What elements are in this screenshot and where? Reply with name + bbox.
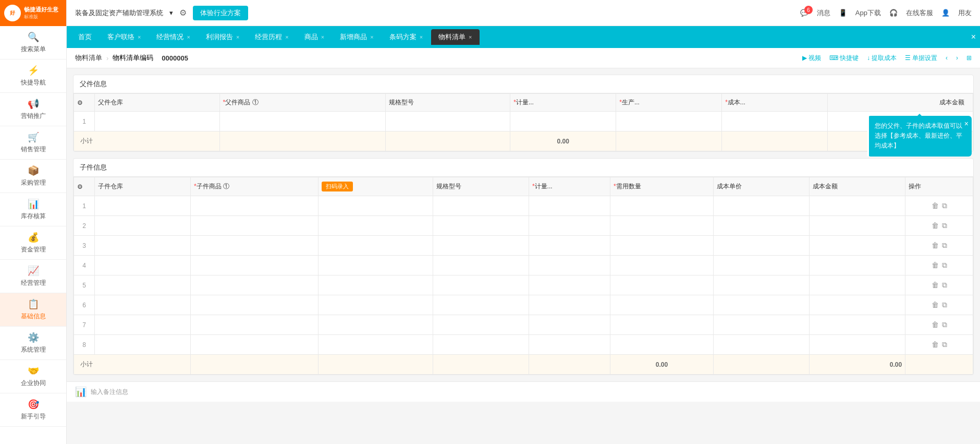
single-settings-action[interactable]: ☰ 单据设置: [905, 54, 937, 63]
child-qty-unit-6[interactable]: [529, 295, 610, 315]
delete-icon-7[interactable]: 🗑: [932, 320, 939, 329]
tab-profit[interactable]: 利润报告 ×: [199, 29, 247, 45]
child-qty-unit-1[interactable]: [529, 196, 610, 216]
sidebar-item-basic-info[interactable]: 📋 基础信息: [0, 293, 66, 327]
child-goods-3[interactable]: [191, 236, 318, 256]
child-unit-price-2[interactable]: [714, 216, 810, 236]
parent-goods-1[interactable]: [219, 112, 385, 131]
parent-cost-1[interactable]: [722, 112, 828, 131]
child-col-settings[interactable]: ⚙: [74, 177, 95, 196]
extract-cost-action[interactable]: ↓ 提取成本: [867, 54, 897, 63]
copy-icon-7[interactable]: ⧉: [942, 320, 947, 329]
tab-customer[interactable]: 客户联络 ×: [100, 29, 148, 45]
tab-operations-status[interactable]: 经营情况 ×: [149, 29, 197, 45]
child-qty-needed-7[interactable]: [610, 315, 713, 335]
tab-customer-close[interactable]: ×: [138, 34, 141, 40]
shortcut-action[interactable]: ⌨ 快捷键: [829, 54, 859, 63]
copy-icon-4[interactable]: ⧉: [942, 261, 947, 270]
child-goods-6[interactable]: [191, 295, 318, 315]
child-unit-price-7[interactable]: [714, 315, 810, 335]
child-warehouse-7[interactable]: [95, 315, 191, 335]
child-qty-needed-1[interactable]: [610, 196, 713, 216]
child-spec-5[interactable]: [433, 275, 529, 295]
child-warehouse-1[interactable]: [95, 196, 191, 216]
child-warehouse-2[interactable]: [95, 216, 191, 236]
copy-icon-6[interactable]: ⧉: [942, 301, 947, 309]
delete-icon-1[interactable]: 🗑: [932, 201, 939, 210]
close-all-tabs[interactable]: ×: [971, 32, 976, 42]
dropdown-arrow[interactable]: ▾: [169, 9, 173, 17]
user-label[interactable]: 用友: [958, 8, 972, 18]
tab-goods-close[interactable]: ×: [321, 34, 324, 40]
child-scan-3[interactable]: [318, 236, 433, 256]
expand-icon[interactable]: ⊞: [966, 54, 972, 62]
child-scan-1[interactable]: [318, 196, 433, 216]
delete-icon-5[interactable]: 🗑: [932, 281, 939, 290]
delete-icon-3[interactable]: 🗑: [932, 241, 939, 250]
app-download-label[interactable]: App下载: [855, 8, 881, 18]
child-goods-1[interactable]: [191, 196, 318, 216]
copy-icon-1[interactable]: ⧉: [942, 201, 947, 210]
child-unit-price-1[interactable]: [714, 196, 810, 216]
child-goods-2[interactable]: [191, 216, 318, 236]
delete-icon-2[interactable]: 🗑: [932, 221, 939, 230]
message-label[interactable]: 消息: [817, 8, 830, 18]
tab-ops-close[interactable]: ×: [187, 34, 190, 40]
child-qty-needed-8[interactable]: [610, 335, 713, 355]
tab-bom-close[interactable]: ×: [469, 34, 472, 40]
sidebar-item-sales[interactable]: 🛒 销售管理: [0, 126, 66, 160]
parent-produce-1[interactable]: [616, 112, 722, 131]
child-spec-2[interactable]: [433, 216, 529, 236]
delete-icon-8[interactable]: 🗑: [932, 340, 939, 349]
parent-qty-unit-1[interactable]: [510, 112, 616, 131]
tab-goods[interactable]: 商品 ×: [297, 29, 332, 45]
child-unit-price-5[interactable]: [714, 275, 810, 295]
delete-icon-4[interactable]: 🗑: [932, 261, 939, 270]
experience-button[interactable]: 体验行业方案: [193, 6, 248, 20]
tab-newgoods-close[interactable]: ×: [370, 34, 373, 40]
child-scan-2[interactable]: [318, 216, 433, 236]
child-warehouse-3[interactable]: [95, 236, 191, 256]
child-qty-needed-3[interactable]: [610, 236, 713, 256]
child-goods-4[interactable]: [191, 256, 318, 275]
sidebar-item-guide[interactable]: 🎯 新手引导: [0, 393, 66, 427]
online-service-label[interactable]: 在线客服: [906, 8, 933, 18]
tab-home[interactable]: 首页: [71, 29, 99, 45]
parent-col-settings[interactable]: ⚙: [74, 94, 95, 112]
child-qty-unit-5[interactable]: [529, 275, 610, 295]
child-unit-price-8[interactable]: [714, 335, 810, 355]
child-qty-unit-2[interactable]: [529, 216, 610, 236]
sidebar-item-purchase[interactable]: 📦 采购管理: [0, 160, 66, 193]
tooltip-close-button[interactable]: ×: [964, 118, 969, 129]
breadcrumb-main[interactable]: 物料清单: [75, 53, 102, 63]
child-spec-1[interactable]: [433, 196, 529, 216]
settings-icon[interactable]: ⚙: [179, 8, 187, 18]
child-spec-7[interactable]: [433, 315, 529, 335]
tab-new-goods[interactable]: 新增商品 ×: [333, 29, 381, 45]
child-spec-6[interactable]: [433, 295, 529, 315]
child-unit-price-3[interactable]: [714, 236, 810, 256]
child-qty-needed-4[interactable]: [610, 256, 713, 275]
parent-warehouse-1[interactable]: [95, 112, 220, 131]
parent-spec-1[interactable]: [385, 112, 510, 131]
message-wrap[interactable]: 💬 6: [800, 9, 808, 17]
child-goods-5[interactable]: [191, 275, 318, 295]
sidebar-item-search[interactable]: 🔍 搜索菜单: [0, 26, 66, 59]
child-goods-8[interactable]: [191, 335, 318, 355]
tab-history-close[interactable]: ×: [285, 34, 288, 40]
child-spec-8[interactable]: [433, 335, 529, 355]
nav-prev[interactable]: ‹: [946, 54, 948, 62]
child-scan-8[interactable]: [318, 335, 433, 355]
child-warehouse-6[interactable]: [95, 295, 191, 315]
sidebar-item-finance[interactable]: 💰 资金管理: [0, 226, 66, 260]
child-goods-7[interactable]: [191, 315, 318, 335]
copy-icon-5[interactable]: ⧉: [942, 281, 947, 290]
child-col-scan[interactable]: 扫码录入: [318, 177, 433, 196]
sidebar-item-system[interactable]: ⚙️ 系统管理: [0, 327, 66, 360]
child-scan-5[interactable]: [318, 275, 433, 295]
child-scan-7[interactable]: [318, 315, 433, 335]
tab-bom[interactable]: 物料清单 ×: [431, 29, 479, 45]
sidebar-item-quick-nav[interactable]: ⚡ 快捷导航: [0, 59, 66, 93]
child-spec-3[interactable]: [433, 236, 529, 256]
delete-icon-6[interactable]: 🗑: [932, 301, 939, 309]
